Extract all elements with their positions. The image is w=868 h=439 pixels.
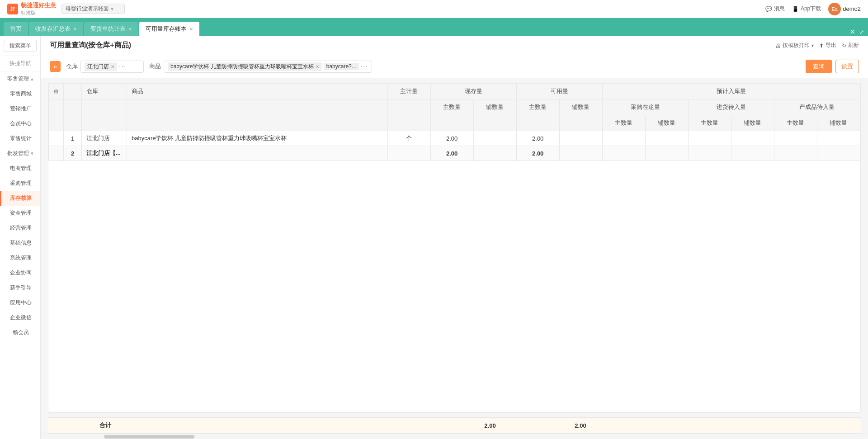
- product-tag-2: babycare?...: [324, 63, 359, 70]
- product-filter-group: 商品 babycare学饮杯 儿童防摔防撞吸管杯重力球吸嘴杯宝宝水杯 ✕ bab…: [149, 61, 372, 73]
- warehouse-label: 仓库: [66, 62, 78, 71]
- th-unit-sub: [387, 99, 430, 115]
- cell-product: babycare学饮杯 儿童防摔防撞吸管杯重力球吸嘴杯宝宝水杯: [127, 131, 388, 146]
- tab-receive-close[interactable]: ✕: [73, 27, 77, 32]
- nav-close-all-icon[interactable]: ✕: [849, 28, 855, 36]
- sidebar-item-retail-store[interactable]: 零售商城: [0, 86, 40, 101]
- th-unit-sub2: [387, 115, 430, 131]
- tab-order[interactable]: 要货单统计表 ✕: [84, 22, 138, 36]
- scroll-thumb[interactable]: [104, 435, 194, 439]
- sidebar-item-wechat[interactable]: 企业微信: [0, 310, 40, 325]
- th-avail-sub: 辅数量: [559, 99, 602, 115]
- app-download-btn[interactable]: 📱 App下载: [792, 5, 821, 13]
- th-unit: 主计量: [387, 84, 430, 99]
- tab-inventory-close[interactable]: ✕: [189, 27, 193, 32]
- horizontal-scrollbar[interactable]: [41, 434, 868, 439]
- table-area: ⚙ 仓库 商品 主计量 现存量 可用量 预计入库量: [48, 83, 861, 413]
- avatar: Ea: [828, 3, 841, 15]
- cell-inc-main-st: [688, 146, 731, 161]
- chevron-icon: ▼: [30, 151, 34, 156]
- top-bar-left: 好 畅捷通好生意 标准版 母婴行业演示账套 ▾: [7, 1, 125, 16]
- sidebar-item-sys-mgmt[interactable]: 系统管理: [0, 250, 40, 265]
- cell-warehouse: 江北门店: [82, 131, 127, 146]
- filter-area: » 仓库 江北门店 ✕ ··· 商品 babyca: [41, 55, 868, 78]
- product-remove-icon[interactable]: ✕: [316, 64, 319, 69]
- cell-warehouse-st: 江北门店【...: [82, 146, 127, 161]
- sidebar-item-retail-mgmt[interactable]: 零售管理 ▲: [0, 71, 40, 86]
- sidebar: 搜索菜单 快捷导航 零售管理 ▲ 零售商城 营销推广 会员中心 零售统计 批发管…: [0, 36, 41, 439]
- product-input[interactable]: babycare学饮杯 儿童防摔防撞吸管杯重力球吸嘴杯宝宝水杯 ✕ babyca…: [164, 61, 372, 73]
- tab-receive[interactable]: 收发存汇总表 ✕: [29, 22, 83, 36]
- user-avatar[interactable]: Ea demo2: [828, 3, 861, 15]
- sidebar-item-guide[interactable]: 新手引导: [0, 280, 40, 295]
- cell-stock-sub: [473, 131, 516, 146]
- export-btn[interactable]: ⬆ 导出: [819, 42, 836, 49]
- print-btn[interactable]: 🖨 按模板打印 ▾: [775, 42, 814, 49]
- cell-num-st: 2: [64, 146, 82, 161]
- th-stock-main2: [430, 115, 473, 131]
- footer-label: 合计: [95, 421, 145, 430]
- cell-avail-sub-st: [559, 146, 602, 161]
- cell-stock-sub-st: [473, 146, 516, 161]
- footer-stock-main: 2.00: [463, 422, 517, 429]
- warehouse-remove-icon[interactable]: ✕: [111, 64, 114, 69]
- sidebar-quick-nav: 快捷导航: [0, 56, 40, 71]
- sidebar-item-ecommerce[interactable]: 电商管理: [0, 161, 40, 176]
- filter-expand-btn[interactable]: »: [50, 61, 61, 72]
- refresh-btn[interactable]: ↻ 刷新: [842, 42, 859, 49]
- th-pro-sub: 辅数量: [817, 115, 860, 131]
- th-gear-sub2: [49, 115, 64, 131]
- th-inc-main: 主数量: [688, 115, 731, 131]
- cell-unit: 个: [387, 131, 430, 146]
- sidebar-item-finance[interactable]: 资金管理: [0, 206, 40, 221]
- th-pur-main: 主数量: [602, 115, 645, 131]
- sidebar-item-app-center[interactable]: 应用中心: [0, 295, 40, 310]
- cell-gear-st: [49, 146, 64, 161]
- query-btn[interactable]: 查询: [806, 60, 832, 73]
- sidebar-item-member[interactable]: 会员中心: [0, 116, 40, 131]
- warehouse-input[interactable]: 江北门店 ✕ ···: [80, 61, 144, 73]
- sidebar-item-vip[interactable]: 畅会员: [0, 325, 40, 340]
- search-menu-btn[interactable]: 搜索菜单: [4, 40, 37, 52]
- more-options-icon[interactable]: ···: [119, 62, 126, 71]
- cell-pur-main-st: [602, 146, 645, 161]
- sidebar-item-inventory-check[interactable]: 库存核算: [0, 191, 40, 206]
- tab-order-close[interactable]: ✕: [128, 27, 132, 32]
- sidebar-search: 搜索菜单: [0, 36, 40, 56]
- tab-home[interactable]: 首页: [4, 22, 28, 36]
- message-btn[interactable]: 💬 消息: [765, 5, 785, 13]
- tab-inventory[interactable]: 可用量库存账本 ✕: [139, 22, 199, 36]
- sidebar-item-purchase[interactable]: 采购管理: [0, 176, 40, 191]
- th-product-sub2: [127, 115, 388, 131]
- sidebar-item-basic-info[interactable]: 基础信息: [0, 236, 40, 250]
- cell-pro-main-st: [774, 146, 817, 161]
- app-title: 畅捷通好生意 标准版: [21, 1, 56, 16]
- sidebar-item-operation[interactable]: 经营管理: [0, 221, 40, 236]
- cell-pur-sub: [645, 131, 688, 146]
- sidebar-item-marketing[interactable]: 营销推广: [0, 101, 40, 116]
- nav-expand-icon[interactable]: ⤢: [859, 28, 864, 36]
- sidebar-item-batch-mgmt[interactable]: 批发管理 ▼: [0, 146, 40, 161]
- product-more-icon[interactable]: ···: [361, 62, 368, 71]
- sidebar-item-enterprise[interactable]: 企业协同: [0, 265, 40, 280]
- cell-pro-main: [774, 131, 817, 146]
- content-area: 可用量查询(按仓库+商品) 🖨 按模板打印 ▾ ⬆ 导出 ↻ 刷新: [41, 36, 868, 439]
- warehouse-filter-group: 仓库 江北门店 ✕ ···: [66, 61, 144, 73]
- settings-btn[interactable]: 设置: [835, 60, 859, 73]
- chevron-icon: ▲: [30, 76, 34, 81]
- th-warehouse-sub: [82, 99, 127, 115]
- th-avail-main: 主数量: [516, 99, 559, 115]
- cell-product-st: [127, 146, 388, 161]
- th-product-sub: [127, 99, 388, 115]
- tab-order-label: 要货单统计表: [90, 25, 126, 33]
- th-forecast-group: 预计入库量: [602, 84, 860, 99]
- th-avail-main2: [516, 115, 559, 131]
- industry-selector[interactable]: 母婴行业演示账套 ▾: [61, 4, 125, 14]
- cell-stock-main: 2.00: [430, 131, 473, 146]
- th-gear: ⚙: [49, 84, 64, 99]
- sidebar-item-retail-stats[interactable]: 零售统计: [0, 131, 40, 146]
- table-footer: 合计 2.00 2.00: [48, 417, 861, 434]
- cell-avail-main: 2.00: [516, 131, 559, 146]
- message-icon: 💬: [765, 6, 772, 12]
- th-stock-sub: 辅数量: [473, 99, 516, 115]
